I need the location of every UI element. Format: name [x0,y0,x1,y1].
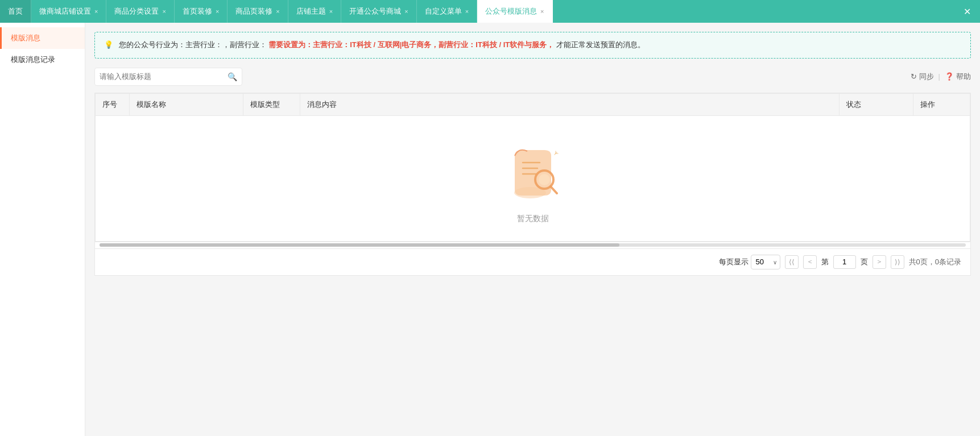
col-status: 状态 [840,93,913,115]
per-page-select-wrap[interactable]: 50 10 20 100 [751,255,780,269]
tab-template-msg[interactable]: 公众号模版消息 × [477,0,552,23]
help-icon: ❓ [945,72,954,81]
col-index: 序号 [96,93,130,115]
notice-box: 💡 您的公众号行业为：主营行业：，副营行业： 需要设置为：主营行业：IT科技 /… [94,32,971,59]
svg-line-6 [551,186,557,193]
tab-home[interactable]: 首页 [0,0,31,23]
tab-product-decor[interactable]: 商品页装修 × [228,0,288,23]
total-info: 共0页，0条记录 [909,257,961,267]
col-content: 消息内容 [300,93,840,115]
toolbar-right: ↻ 同步 | ❓ 帮助 [911,72,971,82]
help-button[interactable]: ❓ 帮助 [945,72,971,82]
tab-close-homepage-decor[interactable]: × [216,8,219,15]
tab-close-product-decor[interactable]: × [276,8,279,15]
tab-close-category-settings[interactable]: × [162,8,166,15]
empty-text: 暂无数据 [517,214,549,224]
prev-page-button[interactable]: ＜ [803,255,817,269]
tab-close-store-theme[interactable]: × [329,8,333,15]
tab-close-open-mall[interactable]: × [404,8,408,15]
sidebar: 模版消息 模版消息记录 [0,23,85,436]
next-page-button[interactable]: ＞ [873,255,886,269]
sync-label: 同步 [919,72,934,82]
search-input-wrap: 🔍 [94,68,242,86]
search-input[interactable] [100,72,228,81]
search-bar: 🔍 ↻ 同步 | ❓ 帮助 [94,68,971,86]
col-name: 模版名称 [130,93,243,115]
divider: | [938,72,940,81]
sync-icon: ↻ [911,72,917,81]
table-header-row: 序号 模版名称 模版类型 消息内容 状态 操作 [96,93,970,115]
scrollbar-area[interactable] [95,242,970,248]
content-area: 💡 您的公众号行业为：主营行业：，副营行业： 需要设置为：主营行业：IT科技 /… [85,23,980,436]
close-all-button[interactable]: ✕ [954,0,980,23]
page-label: 页 [861,257,868,267]
sidebar-item-template-msg-record[interactable]: 模版消息记录 [0,49,85,70]
table-wrapper: 序号 模版名称 模版类型 消息内容 状态 操作 [94,93,971,276]
sidebar-item-template-msg[interactable]: 模版消息 [0,27,85,49]
tab-store-settings[interactable]: 微商城店铺设置 × [31,0,106,23]
tab-close-template-msg[interactable]: × [540,8,544,15]
notice-highlight: 需要设置为：主营行业：IT科技 / 互联网|电子商务，副营行业：IT科技 / I… [268,40,554,49]
per-page-select: 每页显示 50 10 20 100 [719,255,780,269]
tab-close-store-settings[interactable]: × [94,8,98,15]
empty-illustration [499,139,567,207]
page-input[interactable] [833,255,856,269]
notice-suffix: 才能正常发送预置的消息。 [556,40,645,49]
search-icon[interactable]: 🔍 [228,72,237,81]
tab-open-mall[interactable]: 开通公众号商城 × [341,0,416,23]
per-page-dropdown[interactable]: 50 10 20 100 [751,255,780,269]
scrollbar-thumb[interactable] [100,243,619,247]
empty-state: 暂无数据 [96,116,970,241]
main-layout: 模版消息 模版消息记录 💡 您的公众号行业为：主营行业：，副营行业： 需要设置为… [0,23,980,436]
svg-point-5 [539,174,550,185]
per-page-label: 每页显示 [719,257,749,267]
last-page-button[interactable]: ⟩⟩ [891,255,904,269]
tab-category-settings[interactable]: 商品分类设置 × [106,0,174,23]
notice-icon: 💡 [104,40,113,49]
notice-prefix: 您的公众号行业为：主营行业：，副营行业： [119,40,267,49]
tab-custom-menu[interactable]: 自定义菜单 × [417,0,477,23]
sync-button[interactable]: ↻ 同步 [911,72,934,82]
page-di-label: 第 [821,257,829,267]
empty-state-row: 暂无数据 [96,115,970,241]
data-table: 序号 模版名称 模版类型 消息内容 状态 操作 [95,93,970,242]
tab-homepage-decor[interactable]: 首页装修 × [175,0,228,23]
tab-close-custom-menu[interactable]: × [465,8,469,15]
tab-store-theme[interactable]: 店铺主题 × [288,0,341,23]
first-page-button[interactable]: ⟨⟨ [785,255,799,269]
col-type: 模版类型 [243,93,300,115]
top-nav: 首页 微商城店铺设置 × 商品分类设置 × 首页装修 × 商品页装修 × 店铺主… [0,0,980,23]
scrollbar-track[interactable] [100,243,966,247]
col-action: 操作 [913,93,970,115]
help-label: 帮助 [956,72,971,82]
pagination-bar: 每页显示 50 10 20 100 ⟨⟨ ＜ 第 页 ＞ ⟩ [95,248,970,275]
